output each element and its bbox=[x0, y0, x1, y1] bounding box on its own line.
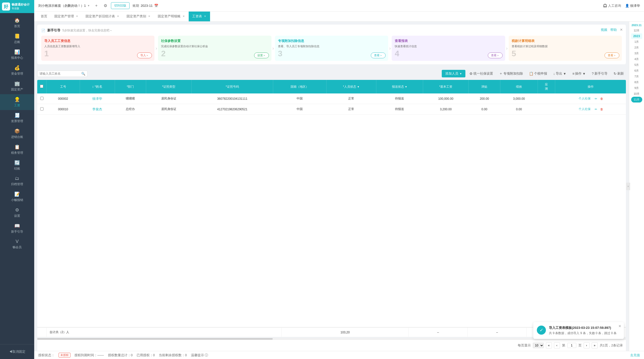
operations-btn[interactable]: ≡ 操作 ▼ bbox=[570, 70, 588, 77]
goto-suffix: 页 bbox=[578, 343, 582, 348]
add-account-btn[interactable]: ＋ bbox=[93, 2, 100, 9]
nav-label: 固定资产 bbox=[11, 87, 23, 92]
panel-collapse-btn[interactable]: » bbox=[626, 183, 630, 190]
tab-close-icon[interactable]: ✕ bbox=[116, 14, 119, 18]
month-item-9月[interactable]: 9月 bbox=[631, 85, 642, 91]
refresh-btn[interactable]: ↻ 刷新 bbox=[612, 70, 626, 77]
sidebar-item-工资[interactable]: 👷 工资 bbox=[0, 94, 34, 110]
month-item-8月[interactable]: 8月 bbox=[631, 79, 642, 85]
td-status: 正常 bbox=[326, 104, 376, 115]
first-page-btn[interactable]: « bbox=[546, 342, 552, 348]
sidebar-item-畅会员[interactable]: V 畅会员 bbox=[0, 236, 34, 252]
export-icon: ↓ bbox=[553, 72, 555, 76]
month-item-5月[interactable]: 5月 bbox=[631, 62, 642, 68]
page-num-input[interactable] bbox=[567, 343, 576, 348]
delete-btn[interactable]: 🗑 bbox=[600, 97, 603, 100]
user-info[interactable]: 👤 徐泽华 bbox=[625, 4, 640, 8]
sidebar-item-报表中心[interactable]: 📊 报表中心 bbox=[0, 47, 34, 63]
th-name[interactable]: ↕ *姓名 bbox=[80, 80, 115, 93]
per-page-select[interactable]: 10 20 50 bbox=[533, 343, 544, 348]
month-item-2023[interactable]: 2023 bbox=[631, 33, 642, 39]
sidebar-item-首页[interactable]: 🏠 首页 bbox=[0, 15, 34, 31]
prev-page-btn[interactable]: ‹ bbox=[554, 342, 560, 348]
th-report-status[interactable]: 报送状态 ▼ bbox=[376, 80, 423, 93]
td-report-status: 待报送 bbox=[376, 93, 423, 104]
edit-btn[interactable]: ✏ bbox=[594, 96, 598, 101]
step-num: 5 bbox=[512, 49, 516, 58]
month-item-10月[interactable]: 10月 bbox=[631, 91, 642, 97]
social-security-btn[interactable]: ⚙ 统一社保设置 bbox=[467, 70, 495, 77]
step-btn-4[interactable]: 查看＞ bbox=[605, 53, 619, 58]
special-deduction-btn[interactable]: ＋ 专项附加扣除 bbox=[497, 70, 525, 77]
tab-固定资产明细账[interactable]: 固定资产明细账✕ bbox=[154, 12, 189, 22]
tab-close-icon[interactable]: ✕ bbox=[204, 14, 207, 18]
toolbar: 🔍 添加人员 ▼ ⚙ 统一社保设置 ＋ 专项附加扣除 bbox=[34, 67, 629, 80]
month-item-2月[interactable]: 2月 bbox=[631, 45, 642, 50]
tab-工资表[interactable]: 工资表✕ bbox=[189, 12, 210, 22]
sidebar-item-结账[interactable]: 🔄 结账 bbox=[0, 158, 34, 173]
tab-首页[interactable]: 首页 bbox=[37, 12, 51, 22]
next-page-btn[interactable]: › bbox=[584, 342, 590, 348]
sidebar-item-小畅报销[interactable]: 📝 小畅报销 bbox=[0, 189, 34, 205]
last-page-btn[interactable]: » bbox=[592, 342, 598, 348]
td-checkbox[interactable] bbox=[37, 93, 46, 104]
toast-close-btn[interactable]: ✕ bbox=[618, 324, 621, 328]
service-btn[interactable]: 🎧 人工咨询 bbox=[603, 4, 621, 8]
th-checkbox[interactable] bbox=[37, 80, 46, 93]
tab-close-icon[interactable]: ✕ bbox=[148, 14, 151, 18]
account-selector[interactable]: 刘小艳演示账套（勿删勿动！）1 ▼ bbox=[38, 4, 90, 8]
td-name[interactable]: 李俊杰 bbox=[80, 104, 115, 115]
month-item-4月[interactable]: 4月 bbox=[631, 56, 642, 62]
sidebar-item-税务管理[interactable]: 📋 税务管理 bbox=[0, 142, 34, 158]
th-status[interactable]: *人员状态 ▼ bbox=[326, 80, 376, 93]
select-all-checkbox[interactable] bbox=[40, 85, 43, 88]
edit-btn[interactable]: ✏ bbox=[594, 107, 598, 112]
tab-固定资产管理[interactable]: 固定资产管理✕ bbox=[51, 12, 82, 22]
recharge-btn[interactable]: 去充值 bbox=[630, 353, 640, 357]
step-btn-3[interactable]: 查看＞ bbox=[488, 53, 503, 58]
month-item-6月[interactable]: 6月 bbox=[631, 68, 642, 74]
td-checkbox[interactable] bbox=[37, 104, 46, 115]
month-item-3月[interactable]: 3月 bbox=[631, 50, 642, 56]
tab-固定资产折旧统计表[interactable]: 固定资产折旧统计表✕ bbox=[82, 12, 123, 22]
export-btn[interactable]: ↓ 导出 ▼ bbox=[551, 70, 568, 77]
settings-btn[interactable]: ⚙ bbox=[102, 2, 109, 9]
sidebar-item-设置[interactable]: ⚙ 设置 bbox=[0, 205, 34, 221]
sidebar-item-归档管理[interactable]: 🗂 归档管理 bbox=[0, 173, 34, 189]
sidebar-item-固定资产[interactable]: 🏢 固定资产 bbox=[0, 78, 34, 94]
month-item-12月[interactable]: 12月 bbox=[631, 28, 642, 33]
tab-close-icon[interactable]: ✕ bbox=[182, 14, 185, 18]
month-item-1月[interactable]: 1月 bbox=[631, 39, 642, 45]
sidebar-unpin[interactable]: ◀取消固定 bbox=[0, 347, 34, 356]
sidebar-item-新手引导[interactable]: 📖 新手引导 bbox=[0, 221, 34, 236]
td-name[interactable]: 徐泽华 bbox=[80, 93, 115, 104]
switch-version-btn[interactable]: 切到旧版 bbox=[111, 2, 130, 9]
step-btn-1[interactable]: 设置＞ bbox=[254, 53, 269, 58]
guide-close-btn[interactable]: ✕ bbox=[620, 28, 623, 32]
add-person-btn[interactable]: 添加人员 ▼ bbox=[442, 70, 465, 77]
table-header-row: 工号 ↕ *姓名 *部门 *证照类型 *证照号码 国籍（地区） *人员状态 ▼ … bbox=[37, 80, 626, 93]
sidebar-item-进销台账[interactable]: 📦 进销台账 bbox=[0, 126, 34, 142]
sidebar-item-发票管理[interactable]: 🧾 发票管理 bbox=[0, 110, 34, 126]
guide-banner: 📄 新手引导 5步快速完成设置，快去完善信息吧～ 视频 帮助 ✕ 导入员工工资信… bbox=[37, 25, 626, 64]
personal-social-btn[interactable]: 个人社保 bbox=[578, 107, 592, 112]
period-selector[interactable]: 账期 2023-11 📅 bbox=[133, 4, 158, 8]
search-input[interactable] bbox=[39, 72, 80, 75]
sidebar-item-资金管理[interactable]: 💰 资金管理 bbox=[0, 63, 34, 78]
auth-status-label: 授权状态： bbox=[38, 353, 55, 357]
sidebar-item-总账[interactable]: 📒 总账 bbox=[0, 31, 34, 47]
step-btn-2[interactable]: 查看＞ bbox=[371, 53, 386, 58]
step-btn-0[interactable]: 导入＞ bbox=[137, 53, 152, 58]
month-item-11月[interactable]: 11月 bbox=[631, 97, 642, 102]
guide-help-link[interactable]: 帮助 bbox=[610, 28, 617, 32]
tab-close-icon[interactable]: ✕ bbox=[75, 14, 78, 18]
personal-social-btn[interactable]: 个人社保 bbox=[578, 96, 592, 101]
guide-video-link[interactable]: 视频 bbox=[601, 28, 607, 32]
month-item-7月[interactable]: 7月 bbox=[631, 74, 642, 79]
tax-report-btn[interactable]: 📋 个税申报 bbox=[527, 70, 549, 77]
guide-btn[interactable]: ? 新手引导 bbox=[590, 70, 610, 77]
toast-icon: ✓ bbox=[537, 326, 546, 335]
search-wrap[interactable]: 🔍 bbox=[37, 71, 88, 77]
tab-固定资产类别[interactable]: 固定资产类别✕ bbox=[123, 12, 154, 22]
delete-btn[interactable]: 🗑 bbox=[600, 108, 603, 111]
